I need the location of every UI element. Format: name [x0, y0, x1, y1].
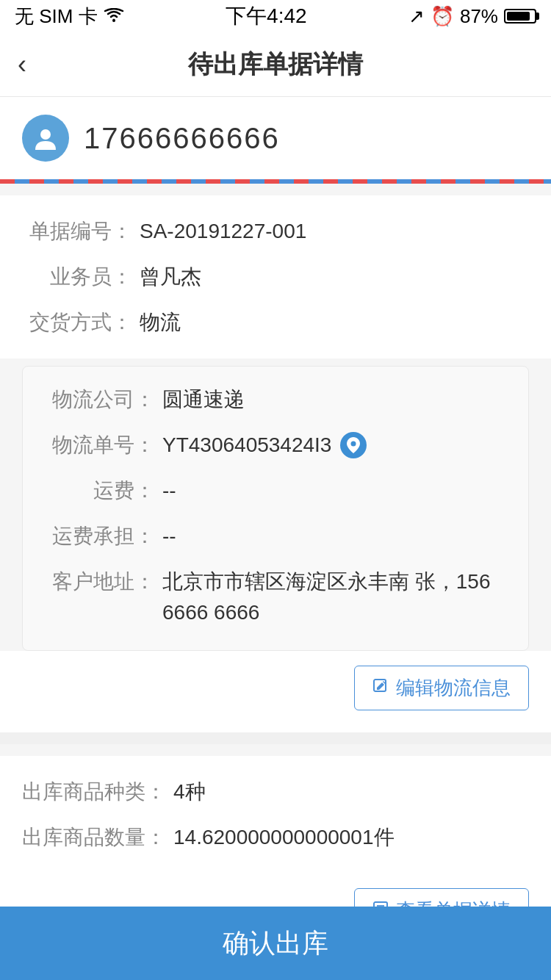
quantity-value: 14.620000000000001件	[173, 822, 529, 853]
type-value: 4种	[173, 777, 529, 807]
avatar	[22, 115, 69, 162]
type-row: 出库商品种类： 4种	[22, 777, 529, 807]
delivery-row: 交货方式： 物流	[22, 307, 529, 338]
edit-icon	[372, 678, 389, 699]
logistics-tracking-row: 物流单号： YT43064053424I3	[45, 430, 506, 461]
address-label: 客户地址：	[45, 566, 162, 597]
user-header: 17666666666	[0, 97, 551, 179]
carrier-label: 无 SIM 卡	[15, 4, 98, 29]
address-value: 北京市市辖区海淀区永丰南 张，156 6666 6666	[162, 566, 506, 628]
svg-point-0	[112, 19, 115, 22]
order-no-label: 单据编号：	[22, 216, 140, 247]
order-no-value: SA-20191227-001	[140, 216, 529, 247]
salesman-label: 业务员：	[22, 262, 140, 292]
freight-label: 运费：	[45, 475, 162, 506]
back-button[interactable]: ‹	[18, 49, 26, 80]
svg-point-2	[351, 442, 356, 447]
edit-btn-area: 编辑物流信息	[0, 651, 551, 732]
quantity-row: 出库商品数量： 14.620000000000001件	[22, 822, 529, 853]
edit-logistics-button[interactable]: 编辑物流信息	[354, 666, 529, 710]
logistics-company-row: 物流公司： 圆通速递	[45, 384, 506, 415]
order-no-row: 单据编号： SA-20191227-001	[22, 216, 529, 247]
logistics-card: 物流公司： 圆通速递 物流单号： YT43064053424I3 运费： -- …	[22, 366, 529, 651]
quantity-label: 出库商品数量：	[22, 822, 173, 853]
status-left: 无 SIM 卡	[15, 4, 124, 29]
battery-icon	[504, 9, 536, 24]
confirm-button[interactable]: 确认出库	[0, 907, 551, 980]
logistics-tracking-label: 物流单号：	[45, 430, 162, 461]
logistics-company-label: 物流公司：	[45, 384, 162, 415]
location-icon: ↗	[408, 5, 425, 28]
section-divider	[0, 732, 551, 744]
wifi-icon	[104, 5, 124, 28]
basic-info-section: 单据编号： SA-20191227-001 业务员： 曾凡杰 交货方式： 物流	[0, 195, 551, 359]
user-phone: 17666666666	[84, 122, 280, 155]
type-label: 出库商品种类：	[22, 777, 173, 807]
alarm-icon: ⏰	[431, 5, 454, 28]
status-right: ↗ ⏰ 87%	[408, 5, 536, 28]
dash-divider	[0, 179, 551, 184]
content-area: 17666666666 单据编号： SA-20191227-001 业务员： 曾…	[0, 97, 551, 980]
svg-point-1	[40, 129, 51, 140]
logistics-company-value: 圆通速递	[162, 384, 506, 415]
salesman-row: 业务员： 曾凡杰	[22, 262, 529, 292]
battery-percent: 87%	[460, 5, 498, 28]
salesman-value: 曾凡杰	[140, 262, 529, 292]
bottom-area: 确认出库	[0, 907, 551, 980]
location-icon[interactable]	[340, 432, 367, 458]
freight-bear-label: 运费承担：	[45, 521, 162, 552]
edit-logistics-label: 编辑物流信息	[396, 675, 511, 701]
logistics-tracking-value: YT43064053424I3	[162, 430, 506, 461]
freight-value: --	[162, 475, 506, 506]
delivery-value: 物流	[140, 307, 529, 338]
nav-bar: ‹ 待出库单据详情	[0, 32, 551, 97]
status-bar: 无 SIM 卡 下午4:42 ↗ ⏰ 87%	[0, 0, 551, 32]
outbound-info-section: 出库商品种类： 4种 出库商品数量： 14.620000000000001件	[0, 756, 551, 873]
freight-bear-row: 运费承担： --	[45, 521, 506, 552]
delivery-label: 交货方式：	[22, 307, 140, 338]
freight-bear-value: --	[162, 521, 506, 552]
freight-row: 运费： --	[45, 475, 506, 506]
time-label: 下午4:42	[226, 2, 307, 30]
address-row: 客户地址： 北京市市辖区海淀区永丰南 张，156 6666 6666	[45, 566, 506, 628]
page-title: 待出库单据详情	[188, 48, 363, 82]
